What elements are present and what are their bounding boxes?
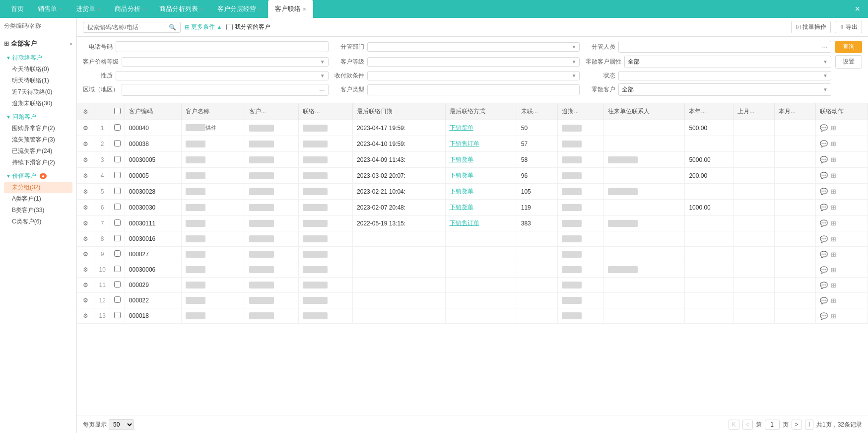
row-checkbox[interactable] — [114, 296, 121, 303]
payment-select[interactable]: ▼ — [367, 71, 580, 80]
export-button[interactable]: ⇧ 导出 — [835, 21, 862, 33]
scatter-select[interactable]: 全部 ▼ — [618, 83, 831, 96]
person-select[interactable]: ··· — [618, 41, 831, 53]
row-check[interactable] — [110, 152, 125, 168]
row-checkbox[interactable] — [114, 188, 121, 194]
message-icon[interactable]: 💬 — [820, 251, 828, 258]
row-gear[interactable]: ⚙ — [77, 262, 95, 278]
page-number-input[interactable] — [765, 420, 780, 430]
tab-purchase[interactable]: 进货单 × — [69, 0, 107, 18]
row-gear[interactable]: ⚙ — [77, 136, 95, 152]
all-customers-title[interactable]: ⊞ 全部客户 « — [4, 37, 72, 50]
row-check[interactable] — [110, 120, 125, 136]
message-icon[interactable]: 💬 — [820, 312, 828, 320]
row-check[interactable] — [110, 136, 125, 152]
more-filter-button[interactable]: ⊞ 更多条件 ▲ — [185, 23, 222, 31]
row-gear[interactable]: ⚙ — [77, 184, 95, 200]
row-check[interactable] — [110, 278, 125, 293]
sidebar-group-pending-title[interactable]: ▼ 待联络客户 — [4, 52, 72, 64]
filter-search-icon[interactable]: 🔍 — [169, 24, 176, 31]
row-check[interactable] — [110, 184, 125, 200]
message-icon[interactable]: 💬 — [820, 124, 828, 132]
tab-home[interactable]: 首页 — [4, 0, 31, 18]
scatter-attr-select[interactable]: 全部 ▼ — [624, 56, 831, 68]
tab-product-list[interactable]: 商品分析列表 × — [152, 0, 210, 18]
more-icon[interactable]: ⊞ — [831, 204, 836, 211]
more-icon[interactable]: ⊞ — [831, 124, 836, 132]
price-level-select[interactable]: ▼ — [122, 57, 329, 67]
more-icon[interactable]: ⊞ — [831, 172, 836, 179]
tab-purchase-close[interactable]: × — [97, 6, 100, 12]
filter-search-input[interactable] — [87, 24, 167, 31]
message-icon[interactable]: 💬 — [820, 282, 828, 289]
row-checkbox[interactable] — [114, 140, 121, 146]
more-icon[interactable]: ⊞ — [831, 219, 836, 227]
row-checkbox[interactable] — [114, 235, 121, 241]
row-gear[interactable]: ⚙ — [77, 120, 95, 136]
more-icon[interactable]: ⊞ — [831, 156, 836, 163]
th-gear[interactable]: ⚙ — [77, 103, 95, 120]
prev-page-button[interactable]: < — [742, 420, 753, 430]
message-icon[interactable]: 💬 — [820, 172, 828, 179]
row-check[interactable] — [110, 231, 125, 247]
sidebar-item-churned[interactable]: 已流失客户(24) — [4, 145, 72, 157]
row-check[interactable] — [110, 247, 125, 262]
first-page-button[interactable]: K — [729, 420, 739, 430]
message-icon[interactable]: 💬 — [820, 204, 828, 211]
my-customers-input[interactable] — [226, 24, 233, 30]
more-icon[interactable]: ⊞ — [831, 251, 836, 258]
row-gear[interactable]: ⚙ — [77, 278, 95, 293]
sidebar-group-value-title[interactable]: ▼ 价值客户 ● — [4, 170, 72, 182]
message-icon[interactable]: 💬 — [820, 235, 828, 243]
sidebar-group-problem-title[interactable]: ▼ 问题客户 — [4, 111, 72, 123]
message-icon[interactable]: 💬 — [820, 266, 828, 274]
row-gear[interactable]: ⚙ — [77, 231, 95, 247]
row-gear[interactable]: ⚙ — [77, 293, 95, 308]
row-checkbox[interactable] — [114, 156, 121, 162]
customer-type-input[interactable] — [367, 84, 580, 95]
person-ellipsis-icon[interactable]: ··· — [822, 43, 828, 51]
message-icon[interactable]: 💬 — [820, 297, 828, 304]
sidebar-item-class-b[interactable]: B类客户(33) — [4, 205, 72, 216]
row-checkbox[interactable] — [114, 250, 121, 257]
th-check[interactable] — [110, 103, 125, 120]
row-checkbox[interactable] — [114, 281, 121, 288]
row-check[interactable] — [110, 200, 125, 216]
more-icon[interactable]: ⊞ — [831, 282, 836, 289]
row-checkbox[interactable] — [114, 219, 121, 226]
tab-sales[interactable]: 销售单 × — [31, 0, 69, 18]
sidebar-item-tomorrow[interactable]: 明天待联络(1) — [4, 75, 72, 86]
sidebar-search-input[interactable] — [4, 22, 77, 29]
my-customers-checkbox[interactable]: 我分管的客户 — [226, 23, 270, 31]
row-checkbox[interactable] — [114, 124, 121, 131]
row-checkbox[interactable] — [114, 266, 121, 272]
tab-product-analysis[interactable]: 商品分析 × — [108, 0, 152, 18]
row-check[interactable] — [110, 262, 125, 278]
message-icon[interactable]: 💬 — [820, 219, 828, 227]
tab-customer-segment-close[interactable]: × — [258, 6, 261, 12]
sidebar-item-unclassified[interactable]: 未分组(32) — [4, 182, 72, 193]
row-check[interactable] — [110, 308, 125, 324]
more-icon[interactable]: ⊞ — [831, 266, 836, 274]
next-page-button[interactable]: > — [792, 420, 802, 430]
sidebar-item-churn-warn[interactable]: 流失预警客户(3) — [4, 134, 72, 145]
row-check[interactable] — [110, 293, 125, 308]
per-page-select[interactable]: 50 20 100 — [109, 419, 134, 430]
row-gear[interactable]: ⚙ — [77, 247, 95, 262]
dept-select[interactable]: ▼ — [367, 42, 580, 52]
batch-operation-button[interactable]: ☑ 批量操作 — [791, 21, 831, 33]
nature-select[interactable]: ▼ — [116, 71, 329, 80]
more-icon[interactable]: ⊞ — [831, 140, 836, 147]
tab-product-list-close[interactable]: × — [200, 6, 203, 12]
sidebar-item-class-c[interactable]: C类客户(6) — [4, 216, 72, 227]
reset-button[interactable]: 设置 — [835, 55, 862, 69]
sidebar-item-7days[interactable]: 近7天待联络(0) — [4, 86, 72, 98]
last-page-button[interactable]: I — [805, 420, 813, 430]
row-check[interactable] — [110, 216, 125, 231]
tab-sales-close[interactable]: × — [59, 6, 62, 12]
message-icon[interactable]: 💬 — [820, 156, 828, 163]
tab-product-analysis-close[interactable]: × — [142, 6, 145, 12]
row-gear[interactable]: ⚙ — [77, 216, 95, 231]
phone-input[interactable] — [116, 41, 329, 52]
more-icon[interactable]: ⊞ — [831, 297, 836, 304]
